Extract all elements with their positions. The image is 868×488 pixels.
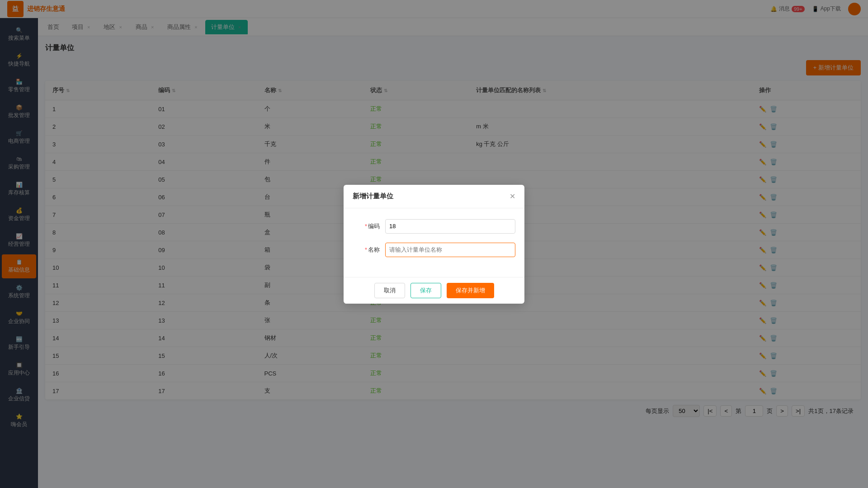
- modal-title: 新增计量单位: [353, 192, 393, 201]
- code-label: *编码: [353, 222, 380, 230]
- form-row-code: *编码: [353, 219, 515, 234]
- save-and-new-button[interactable]: 保存并新增: [447, 283, 494, 298]
- save-button[interactable]: 保存: [410, 283, 441, 298]
- required-star: *: [365, 223, 367, 230]
- modal-header: 新增计量单位 ✕: [344, 185, 524, 208]
- modal-add-unit: 新增计量单位 ✕ *编码 *名称 取消 保存 保存并新增: [344, 185, 524, 304]
- form-row-name: *名称: [353, 243, 515, 257]
- name-label: *名称: [353, 246, 380, 254]
- modal-footer: 取消 保存 保存并新增: [344, 277, 524, 304]
- cancel-button[interactable]: 取消: [374, 283, 405, 298]
- code-input[interactable]: [385, 219, 515, 234]
- required-star-name: *: [365, 246, 367, 253]
- name-input[interactable]: [385, 243, 515, 257]
- modal-body: *编码 *名称: [344, 208, 524, 277]
- modal-close-button[interactable]: ✕: [509, 192, 515, 201]
- modal-overlay[interactable]: 新增计量单位 ✕ *编码 *名称 取消 保存 保存并新增: [0, 0, 868, 488]
